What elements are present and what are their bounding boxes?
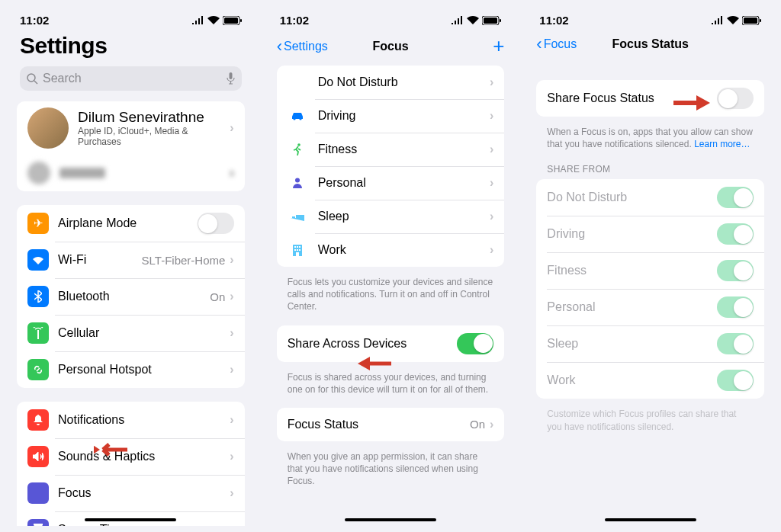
focus-modes-section: Do Not Disturb›Driving›Fitness›Personal›… bbox=[277, 66, 505, 267]
row-label: Fitness bbox=[547, 264, 717, 277]
modes-footer: Focus lets you customize your devices an… bbox=[266, 271, 516, 325]
focus-mode-driving[interactable]: Driving› bbox=[277, 99, 505, 133]
setting-row-notifications[interactable]: Notifications› bbox=[17, 402, 245, 438]
toggle[interactable] bbox=[717, 370, 754, 391]
learn-more-link[interactable]: Learn more… bbox=[694, 139, 750, 149]
svg-point-3 bbox=[27, 74, 35, 82]
setting-row-personal-hotspot[interactable]: Personal Hotspot› bbox=[17, 351, 245, 388]
share-toggle[interactable] bbox=[457, 333, 493, 354]
svg-point-16 bbox=[295, 178, 300, 183]
svg-line-4 bbox=[34, 81, 37, 84]
wifi-icon bbox=[27, 249, 49, 271]
svg-rect-23 bbox=[299, 249, 301, 251]
chevron-right-icon: › bbox=[490, 75, 493, 89]
setting-row-cellular[interactable]: Cellular› bbox=[17, 315, 245, 351]
share-from-do-not-disturb[interactable]: Do Not Disturb bbox=[536, 179, 764, 216]
home-indicator bbox=[345, 518, 436, 522]
toggle[interactable] bbox=[717, 260, 754, 281]
svg-rect-2 bbox=[240, 19, 242, 22]
hour-icon bbox=[27, 519, 49, 526]
share-focus-status-label: Share Focus Status bbox=[547, 91, 717, 105]
row-label: Driving bbox=[547, 227, 717, 241]
toggle[interactable] bbox=[717, 333, 754, 354]
focus-mode-personal[interactable]: Personal› bbox=[277, 166, 505, 200]
moon-icon bbox=[288, 77, 307, 88]
back-button[interactable]: ‹Settings bbox=[277, 37, 328, 56]
row-label: Cellular bbox=[58, 326, 230, 340]
car-icon bbox=[288, 111, 307, 120]
share-across-devices-row[interactable]: Share Across Devices bbox=[277, 325, 505, 362]
search-placeholder: Search bbox=[43, 72, 227, 85]
focus-status-row[interactable]: Focus Status On › bbox=[277, 408, 505, 441]
setting-row-bluetooth[interactable]: BluetoothOn› bbox=[17, 278, 245, 315]
search-input[interactable]: Search bbox=[20, 66, 242, 91]
status-time: 11:02 bbox=[20, 14, 49, 27]
share-from-driving[interactable]: Driving bbox=[536, 216, 764, 252]
row-label: Notifications bbox=[58, 413, 230, 427]
screen-settings: 11:02 Settings Search Dilum Senevirathne… bbox=[6, 6, 256, 526]
toggle[interactable] bbox=[717, 223, 754, 245]
chevron-right-icon: › bbox=[230, 523, 233, 526]
row-label: Driving bbox=[318, 109, 490, 123]
svg-rect-21 bbox=[294, 249, 296, 251]
toggle[interactable] bbox=[717, 187, 754, 208]
avatar bbox=[27, 107, 69, 149]
family-row-blurred[interactable]: › bbox=[17, 155, 245, 191]
status-time: 11:02 bbox=[539, 14, 568, 27]
row-label: Airplane Mode bbox=[58, 216, 198, 230]
svg-point-15 bbox=[297, 143, 301, 146]
row-detail: On bbox=[210, 290, 225, 303]
svg-rect-26 bbox=[744, 18, 757, 24]
person-icon bbox=[288, 178, 307, 188]
bt-icon bbox=[27, 286, 49, 307]
focus-mode-fitness[interactable]: Fitness› bbox=[277, 133, 505, 166]
share-from-fitness[interactable]: Fitness bbox=[536, 252, 764, 289]
chevron-right-icon: › bbox=[490, 243, 493, 257]
status-bar: 11:02 bbox=[525, 6, 775, 30]
setting-row-airplane-mode[interactable]: ✈︎Airplane Mode bbox=[17, 205, 245, 242]
bed-icon bbox=[288, 212, 307, 221]
chevron-right-icon: › bbox=[230, 326, 233, 340]
home-indicator bbox=[85, 518, 176, 522]
focus-mode-do-not-disturb[interactable]: Do Not Disturb› bbox=[277, 66, 505, 99]
row-label: Personal bbox=[547, 300, 717, 314]
share-focus-status-row[interactable]: Share Focus Status bbox=[536, 80, 764, 117]
svg-rect-1 bbox=[224, 18, 238, 24]
toggle[interactable] bbox=[717, 296, 754, 318]
setting-row-sounds-haptics[interactable]: Sounds & Haptics› bbox=[17, 438, 245, 475]
focus-mode-sleep[interactable]: Sleep› bbox=[277, 200, 505, 233]
share-from-sleep[interactable]: Sleep bbox=[536, 325, 764, 362]
add-button[interactable]: + bbox=[493, 34, 504, 58]
mic-icon[interactable] bbox=[227, 72, 235, 85]
row-label: Do Not Disturb bbox=[318, 75, 490, 89]
toggle[interactable] bbox=[198, 213, 234, 234]
focus-mode-work[interactable]: Work› bbox=[277, 233, 505, 267]
status-icons bbox=[711, 16, 761, 25]
row-label: Work bbox=[547, 373, 717, 387]
profile-name: Dilum Senevirathne bbox=[78, 109, 230, 126]
vol-icon bbox=[27, 446, 49, 467]
share-from-work[interactable]: Work bbox=[536, 362, 764, 399]
svg-rect-27 bbox=[760, 19, 761, 22]
apple-id-row[interactable]: Dilum Senevirathne Apple ID, iCloud+, Me… bbox=[17, 101, 245, 155]
chevron-right-icon: › bbox=[230, 290, 233, 303]
setting-row-focus[interactable]: Focus› bbox=[17, 475, 245, 511]
row-label: Bluetooth bbox=[58, 290, 210, 303]
nav-bar: ‹Focus Focus Status bbox=[525, 30, 775, 62]
chevron-right-icon: › bbox=[230, 486, 233, 500]
share-devices-section: Share Across Devices bbox=[277, 325, 505, 362]
share-focus-status-toggle[interactable] bbox=[717, 88, 754, 109]
row-label: Screen Time bbox=[58, 523, 230, 526]
share-from-section: Do Not DisturbDrivingFitnessPersonalSlee… bbox=[536, 179, 764, 399]
chevron-right-icon: › bbox=[490, 418, 493, 431]
status-bar: 11:02 bbox=[6, 6, 256, 30]
home-indicator bbox=[605, 518, 696, 522]
chevron-right-icon: › bbox=[230, 363, 233, 377]
svg-rect-22 bbox=[297, 249, 298, 251]
share-from-personal[interactable]: Personal bbox=[536, 289, 764, 325]
back-button[interactable]: ‹Focus bbox=[536, 34, 577, 54]
chevron-left-icon: ‹ bbox=[277, 37, 282, 56]
setting-row-wi-fi[interactable]: Wi-FiSLT-Fiber-Home› bbox=[17, 242, 245, 278]
ant-icon bbox=[27, 322, 49, 344]
share-from-footer: Customize which Focus profiles can share… bbox=[525, 403, 775, 444]
